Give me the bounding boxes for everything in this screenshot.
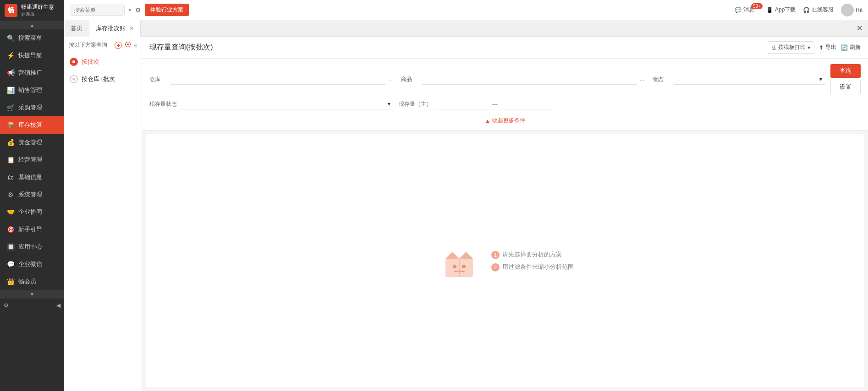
empty-step-1: 1 请先选择要分析的方案 <box>491 250 574 259</box>
printer-icon: 🖨 <box>771 44 776 51</box>
topbar-actions: 💬 消息 99+ 📱 App下载 🎧 在线客服 Rit <box>735 4 863 16</box>
sidebar-item-label: 库存核算 <box>18 121 42 129</box>
product-more-btn[interactable]: ... <box>637 75 647 83</box>
tabs-bar: 首页 库存批次账 ✕ ✕ <box>64 20 868 37</box>
topbar-search-input[interactable] <box>70 5 125 16</box>
status-label: 状态 <box>653 76 671 83</box>
messages-btn[interactable]: 💬 消息 99+ <box>735 6 759 14</box>
filter-row-2: 现存量状态 ▾ 现存量（主） — <box>149 99 861 109</box>
member-icon: 👑 <box>6 277 15 286</box>
sidebar: 畅 畅康通好生意 标准版 ▲ 🔍 搜索菜单 ⚡ 快捷导航 📢 营销推广 📊 销售… <box>0 0 64 391</box>
inventory-status-select[interactable]: ▾ <box>180 99 393 109</box>
sidebar-item-member[interactable]: 👑 畅会员 <box>0 273 64 290</box>
sidebar-item-operations[interactable]: 📋 经营管理 <box>0 151 64 168</box>
inventory-status-label: 现存量状态 <box>149 100 177 108</box>
query-button[interactable]: 查询 <box>830 64 861 78</box>
scheme-item-by-warehouse-batch[interactable]: 按仓库+批次 <box>64 71 142 88</box>
tab-close-icon[interactable]: ✕ <box>129 25 134 32</box>
sidebar-item-basic-info[interactable]: 🗂 基础信息 <box>0 168 64 186</box>
experience-btn[interactable]: 体验行业方案 <box>145 4 189 16</box>
export-btn[interactable]: ⬆ 导出 <box>819 43 836 51</box>
topbar-settings-icon[interactable]: ⚙ <box>135 6 141 14</box>
refresh-label: 刷新 <box>850 43 861 51</box>
user-profile-btn[interactable]: Rit <box>841 4 863 16</box>
sidebar-item-newbie[interactable]: 🎯 新手引导 <box>0 221 64 238</box>
app-title: 畅康通好生意 <box>21 4 54 11</box>
close-all-tabs-btn[interactable]: ✕ <box>851 24 868 33</box>
inventory-qty-min-input[interactable] <box>434 99 489 109</box>
app-download-btn[interactable]: 📱 App下载 <box>766 6 796 14</box>
scheme-item-label: 按批次 <box>82 58 99 66</box>
app-title-group: 畅康通好生意 标准版 <box>21 4 54 17</box>
sidebar-item-search[interactable]: 🔍 搜索菜单 <box>0 29 64 47</box>
sidebar-item-enterprise-collab[interactable]: 🤝 企业协同 <box>0 203 64 221</box>
quick-nav-icon: ⚡ <box>6 51 15 60</box>
topbar-chevron-icon[interactable]: ▾ <box>128 6 132 13</box>
online-service-btn[interactable]: 🎧 在线客服 <box>803 6 834 14</box>
operations-icon: 📋 <box>6 156 15 164</box>
refresh-btn[interactable]: 🔄 刷新 <box>841 43 861 51</box>
warehouse-input[interactable] <box>170 74 385 85</box>
sidebar-item-label: 畅会员 <box>18 277 36 286</box>
sidebar-item-label: 销售管理 <box>18 86 42 94</box>
empty-step-2-label: 用过滤条件来缩小分析范围 <box>502 263 574 271</box>
empty-step-2: 2 用过滤条件来缩小分析范围 <box>491 263 574 272</box>
status-filter: 状态 ▾ <box>653 74 825 85</box>
left-panel-title: 按以下方案查询 <box>69 41 107 49</box>
sidebar-item-system[interactable]: ⚙ 系统管理 <box>0 186 64 203</box>
online-service-label: 在线客服 <box>812 6 834 14</box>
empty-state-text: 1 请先选择要分析的方案 2 用过滤条件来缩小分析范围 <box>491 250 574 272</box>
phone-icon: 📱 <box>766 7 773 13</box>
sidebar-item-label: 系统管理 <box>18 190 42 199</box>
newbie-icon: 🎯 <box>6 225 15 234</box>
tab-inventory-batch-label: 库存批次账 <box>96 24 126 33</box>
wechat-icon: 💬 <box>6 260 15 268</box>
sales-icon: 📊 <box>6 86 15 94</box>
page-title: 现存量查询(按批次) <box>149 43 213 52</box>
page-header-actions: 🖨 按模板打印 ▾ ⬆ 导出 🔄 刷新 <box>767 41 861 54</box>
svg-point-4 <box>453 265 456 268</box>
inventory-status-filter: 现存量状态 ▾ <box>149 99 393 109</box>
scheme-inactive-icon <box>70 75 78 83</box>
sidebar-item-app-center[interactable]: 🔲 应用中心 <box>0 238 64 255</box>
collapse-filters-btn[interactable]: ▲ 收起更多条件 <box>149 114 861 125</box>
scheme-active-icon <box>70 58 78 66</box>
sidebar-item-marketing[interactable]: 📢 营销推广 <box>0 64 64 81</box>
sidebar-item-finance[interactable]: 💰 资金管理 <box>0 134 64 151</box>
sidebar-item-label: 应用中心 <box>18 243 42 251</box>
footer-collapse-btn[interactable]: ◀ <box>56 302 60 309</box>
print-btn[interactable]: 🖨 按模板打印 ▾ <box>767 41 814 54</box>
chevron-left-icon: ◀ <box>56 302 60 309</box>
step-1-circle: 1 <box>491 251 500 259</box>
sidebar-item-enterprise-wechat[interactable]: 💬 企业微信 <box>0 255 64 273</box>
warehouse-more-btn[interactable]: ... <box>385 75 396 83</box>
settings-button[interactable]: 设置 <box>830 80 861 94</box>
status-select[interactable]: ▾ <box>674 74 825 85</box>
main-area: ▾ ⚙ 体验行业方案 💬 消息 99+ 📱 App下载 🎧 在线客服 Rit <box>64 0 868 391</box>
tab-home[interactable]: 首页 <box>64 20 89 37</box>
sidebar-item-purchase[interactable]: 🛒 采购管理 <box>0 99 64 116</box>
app-download-label: App下载 <box>775 6 796 14</box>
scroll-up-btn[interactable]: ▲ <box>0 22 64 29</box>
footer-settings-btn[interactable]: ⚙ <box>4 302 9 309</box>
scroll-down-btn[interactable]: ▼ <box>0 290 64 298</box>
marketing-icon: 📢 <box>6 69 15 77</box>
inventory-qty-max-input[interactable] <box>500 99 555 109</box>
product-input[interactable] <box>422 74 637 85</box>
sidebar-item-inventory[interactable]: 📦 库存核算 <box>0 116 64 134</box>
scheme-item-by-batch[interactable]: 按批次 <box>64 53 142 71</box>
tab-inventory-batch[interactable]: 库存批次账 ✕ <box>89 20 141 37</box>
scheme-settings-btn[interactable] <box>125 41 131 49</box>
product-filter: 商品 ... <box>401 74 647 85</box>
sidebar-item-label: 新手引导 <box>18 225 42 234</box>
left-panel: 按以下方案查询 + « 按批次 <box>64 37 142 391</box>
collapse-left-panel-btn[interactable]: « <box>134 42 137 49</box>
sidebar-footer: ⚙ ◀ <box>0 298 64 312</box>
sidebar-item-label: 采购管理 <box>18 103 42 112</box>
sidebar-item-label: 搜索菜单 <box>18 34 42 42</box>
add-scheme-btn[interactable]: + <box>115 42 122 49</box>
sidebar-item-quick-nav[interactable]: ⚡ 快捷导航 <box>0 47 64 64</box>
sidebar-item-label: 经营管理 <box>18 156 42 164</box>
inventory-qty-label: 现存量（主） <box>399 100 432 108</box>
sidebar-item-sales[interactable]: 📊 销售管理 <box>0 81 64 99</box>
